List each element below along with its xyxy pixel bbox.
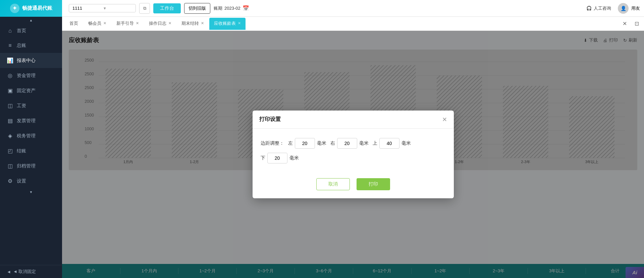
logo-icon: ✦ — [10, 4, 19, 13]
copy-button[interactable]: ⧉ — [139, 3, 150, 14]
tab-period-close[interactable]: 期末结转 ✕ — [177, 18, 209, 30]
tab-member[interactable]: 畅会员 ✕ — [84, 18, 111, 30]
sidebar-item-label: 工资 — [17, 103, 26, 109]
modal-header: 打印设置 ✕ — [253, 111, 454, 129]
user-area[interactable]: 👤 用友 — [618, 3, 640, 14]
sidebar-item-archive[interactable]: ◫ 归档管理 — [0, 158, 62, 173]
invoice-icon: ▤ — [7, 118, 13, 124]
tab-oplog[interactable]: 操作日志 ✕ — [144, 18, 176, 30]
sidebar-item-label: 设置 — [17, 178, 26, 184]
header-right: 🎧 人工咨询 👤 用友 — [586, 3, 640, 14]
bottom-margin-input[interactable] — [267, 153, 287, 163]
close-icon[interactable]: ✕ — [103, 21, 106, 25]
assets-icon: ▣ — [7, 87, 13, 94]
right-margin-group: 右 毫米 — [330, 138, 369, 149]
sidebar-item-label: 固定资产 — [17, 88, 36, 94]
tab-bar-right: ✕ ⊡ — [620, 19, 641, 28]
margin-adjust-label: 边距调整： — [261, 140, 284, 146]
print-settings-dialog: 打印设置 ✕ 边距调整： 左 毫米 右 — [253, 111, 454, 198]
bottom-unit: 毫米 — [289, 155, 299, 161]
salary-icon: ◫ — [7, 102, 13, 109]
sidebar-pin-toggle[interactable]: ◄ ◄ 取消固定 — [0, 265, 62, 278]
sidebar-item-assets[interactable]: ▣ 固定资产 — [0, 83, 62, 98]
sidebar-item-home[interactable]: ⌂ 首页 — [0, 23, 62, 38]
sidebar-item-salary[interactable]: ◫ 工资 — [0, 98, 62, 113]
left-label: 左 — [288, 140, 293, 146]
tab-home[interactable]: 首页 — [65, 18, 83, 30]
main-layout: ▲ ⌂ 首页 ≡ 总账 📊 报表中心 ◎ 资金管理 ▣ 固定资产 ◫ 工资 ▤ … — [0, 17, 644, 278]
left-margin-input[interactable] — [295, 138, 315, 149]
headphone-icon: 🎧 — [586, 6, 592, 11]
sidebar-item-settings[interactable]: ⚙ 设置 — [0, 173, 62, 189]
funds-icon: ◎ — [7, 72, 13, 79]
consult-button[interactable]: 🎧 人工咨询 — [586, 5, 611, 11]
company-selector[interactable]: 1111 ▾ — [69, 4, 136, 12]
tab-guide-label: 新手引导 — [116, 20, 134, 26]
workbench-button[interactable]: 工作台 — [153, 3, 181, 13]
tab-guide[interactable]: 新手引导 ✕ — [112, 18, 144, 30]
sidebar-item-checkout[interactable]: ◰ 结账 — [0, 143, 62, 158]
avatar: 👤 — [618, 3, 629, 14]
modal-close-button[interactable]: ✕ — [442, 117, 447, 123]
tax-icon: ◈ — [7, 133, 13, 139]
bottom-margin-group: 下 毫米 — [261, 153, 299, 163]
tab-period-close-label: 期末结转 — [181, 20, 199, 26]
sidebar-item-label: 结账 — [17, 148, 26, 154]
sidebar: ▲ ⌂ 首页 ≡ 总账 📊 报表中心 ◎ 资金管理 ▣ 固定资产 ◫ 工资 ▤ … — [0, 17, 62, 278]
old-version-button[interactable]: 切到旧版 — [184, 3, 210, 14]
user-name: 用友 — [631, 5, 640, 11]
page-content: 应收账龄表 ⬇ 下载 🖨 打印 ↻ 刷新 — [62, 31, 644, 278]
modal-overlay: 打印设置 ✕ 边距调整： 左 毫米 右 — [62, 31, 644, 278]
period-area: 账期 2023-02 📅 — [214, 5, 249, 11]
consult-label: 人工咨询 — [594, 5, 611, 11]
top-unit: 毫米 — [401, 140, 411, 146]
close-icon[interactable]: ✕ — [168, 21, 171, 25]
right-label: 右 — [330, 140, 335, 146]
copy-icon: ⧉ — [143, 6, 146, 11]
margin-row: 边距调整： 左 毫米 右 毫米 — [261, 138, 446, 163]
right-margin-input[interactable] — [337, 138, 357, 149]
close-icon[interactable]: ✕ — [201, 21, 204, 25]
tab-bar: 首页 畅会员 ✕ 新手引导 ✕ 操作日志 ✕ 期末结转 ✕ 应收账龄表 ✕ — [62, 17, 644, 31]
tab-aging-label: 应收账龄表 — [214, 20, 236, 26]
modal-footer: 取消 打印 — [253, 173, 454, 198]
modal-body: 边距调整： 左 毫米 右 毫米 — [253, 129, 454, 173]
sidebar-item-label: 税务管理 — [17, 133, 36, 139]
sidebar-scroll-down[interactable]: ▼ — [0, 189, 62, 195]
cancel-button[interactable]: 取消 — [316, 178, 350, 190]
sidebar-item-label: 首页 — [17, 28, 26, 34]
sidebar-item-label: 报表中心 — [17, 58, 36, 64]
left-margin-group: 左 毫米 — [288, 138, 326, 149]
right-unit: 毫米 — [359, 140, 369, 146]
top-label: 上 — [373, 140, 377, 146]
bottom-label: 下 — [261, 155, 265, 161]
top-margin-input[interactable] — [379, 138, 399, 149]
confirm-print-button[interactable]: 打印 — [357, 178, 390, 190]
sidebar-item-ledger[interactable]: ≡ 总账 — [0, 38, 62, 53]
tab-member-label: 畅会员 — [88, 20, 101, 26]
close-icon[interactable]: ✕ — [238, 21, 241, 25]
calendar-icon[interactable]: 📅 — [243, 5, 249, 11]
top-margin-group: 上 毫米 — [373, 138, 411, 149]
close-all-tabs-button[interactable]: ✕ — [620, 19, 629, 28]
sidebar-item-label: 归档管理 — [17, 163, 36, 169]
sidebar-item-invoice[interactable]: ▤ 发票管理 — [0, 113, 62, 128]
avatar-icon: 👤 — [621, 6, 626, 11]
sidebar-item-tax[interactable]: ◈ 税务管理 — [0, 128, 62, 143]
sidebar-footer-label: ◄ 取消固定 — [13, 269, 36, 275]
sidebar-item-reports[interactable]: 📊 报表中心 — [0, 53, 62, 68]
chevron-down-icon: ▾ — [104, 6, 132, 11]
period-value: 2023-02 — [224, 6, 240, 11]
tab-aging[interactable]: 应收账龄表 ✕ — [209, 18, 246, 30]
content-area: 首页 畅会员 ✕ 新手引导 ✕ 操作日志 ✕ 期末结转 ✕ 应收账龄表 ✕ — [62, 17, 644, 278]
tab-home-label: 首页 — [69, 20, 78, 26]
close-icon[interactable]: ✕ — [136, 21, 139, 25]
sidebar-item-funds[interactable]: ◎ 资金管理 — [0, 68, 62, 83]
expand-button[interactable]: ⊡ — [632, 19, 641, 28]
home-icon: ⌂ — [7, 28, 13, 34]
sidebar-scroll-up[interactable]: ▲ — [0, 17, 62, 23]
company-name: 1111 — [72, 6, 101, 11]
pin-icon: ◄ — [7, 269, 11, 274]
left-unit: 毫米 — [317, 140, 326, 146]
sidebar-item-label: 总账 — [17, 43, 26, 49]
